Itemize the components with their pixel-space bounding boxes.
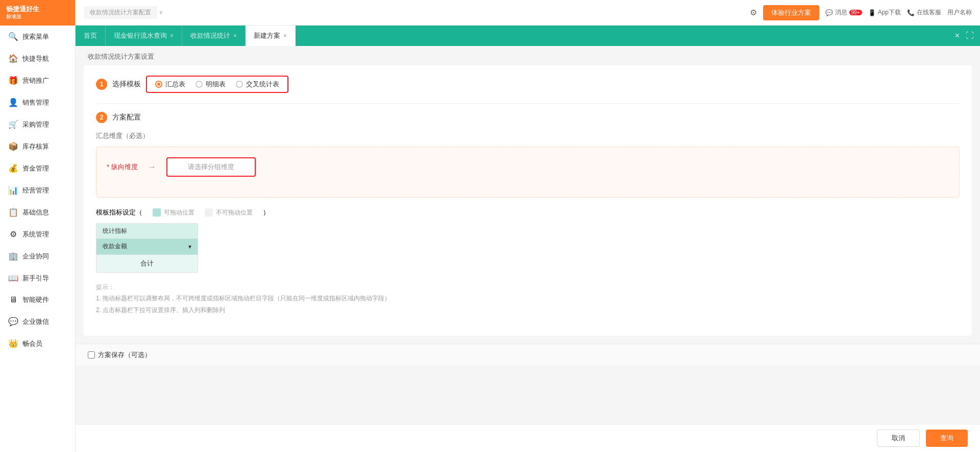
guide-icon: 📖 [8,273,18,283]
page-title: 收款情况统计方案设置 [76,46,980,65]
gear-icon[interactable]: ⚙ [750,8,757,17]
sidebar-item-label: 企业微信 [22,317,49,326]
breadcrumb-text: 收款情况统计方案配置 [84,6,157,19]
total-label: 合计 [140,259,154,268]
sidebar-item-quick-nav[interactable]: 🏠 快捷导航 [0,47,75,69]
step1-title: 选择模板 [112,80,141,89]
tab-bank-close[interactable]: × [170,32,174,39]
radio-cross-circle [236,81,243,88]
step1-header: 1 选择模板 汇总表 明细表 [96,76,960,93]
industry-plan-button[interactable]: 体验行业方案 [763,5,819,20]
tab-new-plan-close[interactable]: × [283,32,287,39]
tab-receipt-label: 收款情况统计 [190,31,230,40]
top-header: 收款情况统计方案配置 ▾ ⚙ 体验行业方案 💬 消息 99+ 📱 App下载 📞… [76,0,980,26]
draggable-legend: 可拖动位置 [153,208,194,217]
main-card: 1 选择模板 汇总表 明细表 [84,65,972,336]
step2-section: 2 方案配置 汇总维度（必选） * 纵向维度 → 请选择分组维度 [96,112,960,315]
save-label: 方案保存（可选） [98,350,151,360]
dimension-select-button[interactable]: 请选择分组维度 [166,157,256,177]
radio-detail-label: 明细表 [206,80,226,89]
tab-close-all-icon[interactable]: × [955,31,960,40]
radio-cross-label: 交叉统计表 [246,80,279,89]
sales-icon: 👤 [8,98,18,107]
bottom-action-bar: 取消 查询 [76,424,980,452]
draggable-legend-box [153,208,161,217]
sidebar-item-label: 基础信息 [22,208,49,217]
indicator-header-label: 统计指标 [103,227,127,235]
sidebar-item-label: 资金管理 [22,164,49,173]
basic-icon: 📋 [8,207,18,217]
radio-summary[interactable]: 汇总表 [155,80,185,89]
indicator-section: 模板指标设定（ 可拖动位置 不可拖动位置 ） [96,208,960,273]
dimension-title: 汇总维度（必选） [96,131,960,140]
sidebar-item-sales[interactable]: 👤 销售管理 [0,91,75,113]
sidebar-item-member[interactable]: 👑 畅会员 [0,332,75,354]
breadcrumb-arrow: ▾ [159,9,163,16]
non-draggable-legend-box [205,208,213,217]
vertical-dimension-label: * 纵向维度 [107,162,138,172]
tab-home[interactable]: 首页 [76,26,106,46]
dimension-arrow-icon: → [148,162,156,172]
finance-icon: 💰 [8,163,18,173]
sidebar-item-inventory[interactable]: 📦 库存核算 [0,135,75,157]
sidebar-item-management[interactable]: 📊 经营管理 [0,179,75,201]
indicator-settings-label: 模板指标设定（ [96,208,142,217]
step1-section: 1 选择模板 汇总表 明细表 [96,76,960,93]
sidebar-item-search-menu[interactable]: 🔍 搜索菜单 [0,26,75,47]
sidebar-item-finance[interactable]: 💰 资金管理 [0,157,75,179]
wechat-icon: 💬 [8,317,18,326]
sidebar-item-label: 系统管理 [22,230,49,239]
dimension-row: * 纵向维度 → 请选择分组维度 [107,157,949,177]
service-button[interactable]: 📞 在线客服 [907,8,941,17]
sidebar-item-label: 经营管理 [22,186,49,195]
sidebar-item-marketing[interactable]: 🎁 营销推广 [0,69,75,91]
tips-title: 提示： [96,283,960,292]
cancel-button[interactable]: 取消 [877,430,920,447]
radio-cross[interactable]: 交叉统计表 [236,80,279,89]
indicator-total-row: 合计 [96,254,198,272]
query-button[interactable]: 查询 [926,430,968,447]
sidebar-item-smart[interactable]: 🖥 智能硬件 [0,289,75,311]
step1-badge: 1 [96,79,107,90]
non-draggable-legend-label: 不可拖动位置 [216,208,253,217]
download-button[interactable]: 📱 App下载 [868,8,901,17]
tab-maximize-icon[interactable]: ⛶ [966,31,974,40]
tips-section: 提示： 1. 拖动标题栏可以调整布局，不可跨维度或指标区域拖动栏目字段（只能在同… [96,283,960,315]
indicator-column-header[interactable]: 收款金额 ▾ [96,239,198,254]
dropdown-chevron-icon[interactable]: ▾ [188,243,191,250]
tab-new-plan-label: 新建方案 [254,31,280,40]
config-section: 汇总维度（必选） * 纵向维度 → 请选择分组维度 模板指标设定（ [96,131,960,315]
indicator-table: 统计指标 收款金额 ▾ 合计 [96,223,198,273]
save-checkbox[interactable] [88,351,95,359]
tab-receipt[interactable]: 收款情况统计 × [182,26,246,46]
sidebar-item-guide[interactable]: 📖 新手引导 [0,267,75,289]
tab-bank-label: 现金银行流水查询 [114,31,167,40]
tab-receipt-close[interactable]: × [233,32,237,39]
sidebar-item-label: 搜索菜单 [22,32,49,41]
step2-badge: 2 [96,112,107,123]
divider1 [96,103,960,104]
message-icon: 💬 [825,9,833,16]
user-area[interactable]: 用户名称 [947,8,972,17]
logo-title: 畅捷通好生 [6,5,39,13]
sidebar-item-wechat[interactable]: 💬 企业微信 [0,311,75,332]
download-label: App下载 [878,8,901,17]
tab-new-plan[interactable]: 新建方案 × [246,26,296,46]
sidebar-logo: 畅捷通好生 标准版 [0,0,75,26]
draggable-legend-label: 可拖动位置 [164,208,194,217]
sidebar-item-purchase[interactable]: 🛒 采购管理 [0,113,75,135]
message-button[interactable]: 💬 消息 99+ [825,8,862,17]
sidebar-item-enterprise[interactable]: 🏢 企业协同 [0,245,75,267]
step2-title: 方案配置 [112,113,141,122]
breadcrumb-area: 收款情况统计方案配置 ▾ [84,6,744,19]
save-option: 方案保存（可选） [88,350,151,360]
radio-detail[interactable]: 明细表 [195,80,226,89]
sidebar-item-system[interactable]: ⚙ 系统管理 [0,223,75,245]
tab-bank[interactable]: 现金银行流水查询 × [106,26,182,46]
tip-item-2: 2. 点击标题栏下拉可设置排序、插入列和删除列 [96,305,960,315]
message-badge: 99+ [849,10,862,15]
search-menu-icon: 🔍 [8,32,18,41]
tab-bar: 首页 现金银行流水查询 × 收款情况统计 × 新建方案 × × ⛶ [76,26,980,46]
sidebar-item-basic[interactable]: 📋 基础信息 [0,201,75,223]
inventory-icon: 📦 [8,141,18,151]
